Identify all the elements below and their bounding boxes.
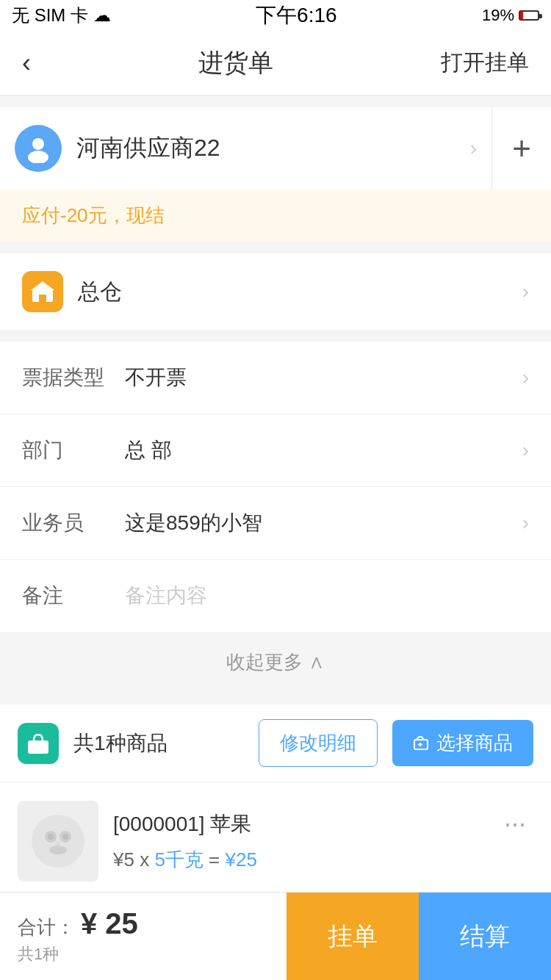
multiply-sign: x — [140, 849, 154, 871]
svg-rect-4 — [39, 295, 46, 302]
notice-bar: 应付-20元，现结 — [0, 190, 551, 242]
product-thumbnail — [18, 801, 98, 882]
hang-order-button[interactable]: 挂单 — [287, 893, 419, 981]
remark-input[interactable]: 备注内容 — [110, 582, 529, 610]
bottom-bar: 合计： ¥ 25 共1种 挂单 结算 — [0, 892, 551, 980]
remark-label: 备注 — [22, 582, 110, 610]
open-pending-button[interactable]: 打开挂单 — [441, 48, 529, 78]
battery-label: 19% — [482, 6, 514, 25]
invoice-type-label: 票据类型 — [22, 364, 110, 392]
svg-point-13 — [62, 834, 68, 840]
edit-detail-button[interactable]: 修改明细 — [259, 719, 378, 767]
chevron-right-icon: › — [522, 511, 529, 535]
product-count-icon — [18, 723, 59, 764]
bottom-count: 共1种 — [18, 943, 269, 965]
salesman-row[interactable]: 业务员 这是859的小智 › — [0, 487, 551, 560]
status-bar: 无 SIM 卡 ☁ 下午6:16 19% — [0, 0, 551, 31]
product-name: [0000001] 苹果 — [113, 810, 497, 838]
warehouse-section[interactable]: 总仓 › — [0, 253, 551, 330]
salesman-label: 业务员 — [22, 509, 110, 537]
no-sim-label: 无 SIM 卡 ☁ — [12, 4, 111, 27]
department-value: 总 部 — [110, 436, 515, 464]
cart-icon — [413, 735, 431, 752]
svg-point-0 — [32, 138, 44, 150]
product-detail: ¥5 x 5千克 = ¥25 — [113, 847, 497, 873]
select-product-label: 选择商品 — [436, 730, 513, 756]
supplier-name: 河南供应商22 — [76, 132, 463, 165]
total-amount: ¥ 25 — [81, 907, 138, 940]
status-time: 下午6:16 — [256, 1, 337, 29]
person-icon — [24, 134, 53, 163]
nav-bar: ‹ 进货单 打开挂单 — [0, 31, 551, 96]
checkout-button[interactable]: 结算 — [419, 893, 551, 981]
product-title: 苹果 — [210, 813, 251, 835]
invoice-type-value: 不开票 — [110, 364, 515, 392]
warehouse-label: 总仓 — [78, 277, 515, 307]
product-qty: 5千克 — [154, 849, 203, 871]
product-image — [29, 812, 87, 871]
product-subtotal: ¥25 — [226, 849, 257, 871]
department-row[interactable]: 部门 总 部 › — [0, 414, 551, 487]
status-right: 19% — [482, 6, 539, 25]
product-price: ¥5 — [113, 849, 134, 871]
svg-marker-3 — [31, 281, 54, 290]
svg-rect-5 — [28, 741, 48, 754]
product-info: [0000001] 苹果 ¥5 x 5千克 = ¥25 — [113, 810, 497, 873]
svg-point-12 — [48, 834, 54, 840]
product-code: [0000001] — [113, 813, 205, 835]
product-header: 共1种商品 修改明细 选择商品 — [0, 705, 551, 782]
product-menu-button[interactable]: ··· — [497, 801, 533, 846]
back-button[interactable]: ‹ — [22, 48, 31, 79]
supplier-select[interactable]: 河南供应商22 › — [0, 107, 492, 190]
bottom-summary: 合计： ¥ 25 共1种 — [0, 907, 287, 965]
chevron-right-icon: › — [522, 280, 529, 303]
collapse-button[interactable]: 收起更多 ∧ — [0, 632, 551, 693]
add-supplier-button[interactable]: + — [492, 107, 551, 190]
chevron-right-icon: › — [522, 366, 529, 389]
page-title: 进货单 — [198, 46, 273, 80]
shopping-bag-icon — [25, 730, 51, 757]
supplier-section: 河南供应商22 › + — [0, 107, 551, 190]
invoice-type-row[interactable]: 票据类型 不开票 › — [0, 342, 551, 414]
product-count-label: 共1种商品 — [73, 729, 244, 757]
warehouse-icon — [29, 278, 56, 305]
department-label: 部门 — [22, 436, 110, 464]
svg-point-1 — [28, 151, 48, 163]
warehouse-icon-wrap — [22, 271, 63, 312]
salesman-value: 这是859的小智 — [110, 509, 515, 537]
chevron-right-icon: › — [522, 439, 529, 462]
svg-point-14 — [49, 846, 67, 854]
bottom-total: 合计： ¥ 25 — [18, 907, 269, 940]
remark-row[interactable]: 备注 备注内容 — [0, 560, 551, 632]
battery-icon — [519, 10, 539, 21]
total-label: 合计： — [18, 915, 75, 940]
select-product-button[interactable]: 选择商品 — [392, 720, 533, 766]
form-section: 票据类型 不开票 › 部门 总 部 › 业务员 这是859的小智 › 备注 备注… — [0, 342, 551, 632]
equals-sign: = — [209, 849, 225, 871]
product-item: [0000001] 苹果 ¥5 x 5千克 = ¥25 ··· — [0, 783, 551, 899]
supplier-avatar — [15, 125, 62, 172]
status-left: 无 SIM 卡 ☁ — [12, 4, 111, 27]
chevron-right-icon: › — [470, 137, 477, 160]
